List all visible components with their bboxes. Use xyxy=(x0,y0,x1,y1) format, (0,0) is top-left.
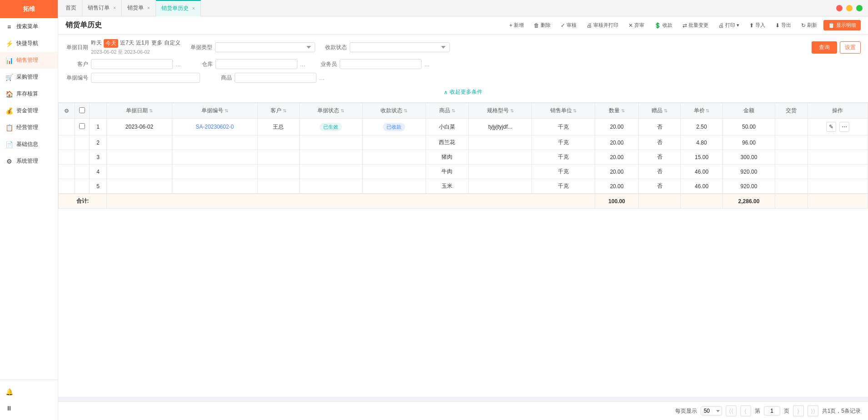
next-page-btn[interactable]: ⟩ xyxy=(793,405,804,416)
sidebar-item-quick-nav[interactable]: ⚡ 快捷导航 xyxy=(0,35,58,52)
row-no: 3 xyxy=(90,150,107,165)
table-area: ⚙ 单据日期 单据编号 客户 单据状态 收款状态 商品 规格型号 销售单位 数量… xyxy=(58,103,868,397)
row-doc-date xyxy=(107,150,172,165)
col-doc-no[interactable]: 单据编号 xyxy=(172,103,257,119)
shortcut-last1month[interactable]: 近1月 xyxy=(136,39,150,48)
sidebar-item-finance[interactable]: 💰 资金管理 xyxy=(0,102,58,119)
col-gift[interactable]: 赠品 xyxy=(638,103,680,119)
new-button[interactable]: + 新增 xyxy=(506,20,527,30)
page-title: 销货单历史 xyxy=(65,20,102,30)
first-page-btn[interactable]: ⟨⟨ xyxy=(726,405,737,416)
batch-change-label: 批量变更 xyxy=(688,22,708,29)
sidebar-item-operations[interactable]: 📋 经营管理 xyxy=(0,119,58,136)
pagination: 每页显示 50 100 200 ⟨⟨ ⟨ 第 页 ⟩ ⟩⟩ 共1页，5条记录 xyxy=(58,401,868,420)
customer-input[interactable] xyxy=(91,59,173,69)
window-max-btn[interactable] xyxy=(856,5,863,11)
customer-dots[interactable]: ... xyxy=(176,60,181,68)
col-customer[interactable]: 客户 xyxy=(257,103,299,119)
tab-sales-history[interactable]: 销货单历史 × xyxy=(156,0,201,16)
col-spec[interactable]: 规格型号 xyxy=(469,103,532,119)
row-doc-status xyxy=(299,150,362,165)
col-unit-price[interactable]: 单价 xyxy=(681,103,722,119)
salesperson-input[interactable] xyxy=(340,59,421,69)
collapse-button[interactable]: ∧ 收起更多条件 xyxy=(65,86,861,98)
horizontal-scrollbar[interactable] xyxy=(58,397,868,401)
export-button[interactable]: ⬇ 导出 xyxy=(772,20,795,30)
sidebar-item-basic-info[interactable]: 📄 基础信息 xyxy=(0,136,58,153)
col-quantity[interactable]: 数量 xyxy=(595,103,638,119)
doc-no-label: 单据编号 xyxy=(65,74,88,82)
warehouse-filter-group: 仓库 ... xyxy=(190,59,306,69)
tab-sales-order[interactable]: 销售订单 × xyxy=(82,0,122,16)
shortcut-last7days[interactable]: 近7天 xyxy=(120,39,134,48)
import-button[interactable]: ⬆ 导入 xyxy=(746,20,769,30)
show-detail-button[interactable]: 📋 显示明细 xyxy=(823,20,861,30)
row-unit: 千克 xyxy=(532,119,595,135)
row-transaction xyxy=(775,150,808,165)
edit-action-btn[interactable]: ✎ xyxy=(826,122,836,132)
goods-input[interactable] xyxy=(235,73,316,83)
audit-button[interactable]: ✓ 审核 xyxy=(557,20,580,30)
col-doc-date[interactable]: 单据日期 xyxy=(107,103,172,119)
doc-type-select[interactable] xyxy=(215,42,315,52)
more-action-btn[interactable]: ⋯ xyxy=(839,122,849,132)
table-row: 5 玉米 千克 20.00 否 46.00 920.00 xyxy=(59,179,868,194)
summary-quantity: 100.00 xyxy=(595,194,638,209)
print-button[interactable]: 🖨 打印 ▾ xyxy=(715,20,743,30)
sidebar-item-sales-mgmt[interactable]: 📊 销售管理 xyxy=(0,52,58,69)
shortcut-today[interactable]: 今天 xyxy=(104,39,118,48)
delete-icon: 🗑 xyxy=(534,22,539,29)
row-payment-status: 已收款 xyxy=(362,119,426,135)
batch-change-button[interactable]: ⇄ 批量变更 xyxy=(679,20,712,30)
last-page-btn[interactable]: ⟩⟩ xyxy=(808,405,818,416)
row-checkbox[interactable] xyxy=(79,123,85,129)
page-input[interactable] xyxy=(764,406,780,415)
payment-status-select[interactable] xyxy=(350,42,450,52)
query-button[interactable]: 查询 xyxy=(812,41,837,54)
col-goods[interactable]: 商品 xyxy=(426,103,469,119)
window-controls xyxy=(836,5,866,11)
shortcut-more[interactable]: 更多 xyxy=(151,39,162,48)
col-doc-status[interactable]: 单据状态 xyxy=(299,103,362,119)
col-gear[interactable]: ⚙ xyxy=(59,103,75,119)
warehouse-dots[interactable]: ... xyxy=(300,60,306,68)
col-payment-status[interactable]: 收款状态 xyxy=(362,103,426,119)
settings-button[interactable]: 设置 xyxy=(840,41,861,54)
col-unit[interactable]: 销售单位 xyxy=(532,103,595,119)
tab-sales-goods[interactable]: 销货单 × xyxy=(122,0,156,16)
per-page-select[interactable]: 50 100 200 xyxy=(701,406,722,415)
sidebar-item-sys-mgmt[interactable]: ⚙ 系统管理 xyxy=(0,153,58,170)
quick-nav-icon: ⚡ xyxy=(5,40,13,47)
sidebar-item-inventory[interactable]: 🏠 库存核算 xyxy=(0,85,58,102)
delete-button[interactable]: 🗑 删除 xyxy=(530,20,554,30)
sidebar-notification[interactable]: 🔔 xyxy=(0,384,58,400)
tab-sales-order-close[interactable]: × xyxy=(113,5,116,10)
tab-sales-goods-close[interactable]: × xyxy=(147,5,150,10)
prev-page-btn[interactable]: ⟨ xyxy=(740,405,751,416)
abandon-button[interactable]: ✕ 弃审 xyxy=(625,20,648,30)
row-payment-status xyxy=(362,179,426,194)
warehouse-label: 仓库 xyxy=(190,60,213,68)
col-row-no xyxy=(90,103,107,119)
select-all-checkbox[interactable] xyxy=(79,107,85,113)
audit-print-button[interactable]: 🖨 审核并打印 xyxy=(583,20,622,30)
shortcut-yesterday[interactable]: 昨天 xyxy=(91,39,102,48)
sidebar-item-purchase-mgmt[interactable]: 🛒 采购管理 xyxy=(0,69,58,85)
table-row: 4 牛肉 千克 20.00 否 46.00 920.00 xyxy=(59,165,868,179)
sidebar-pause[interactable]: ⏸ xyxy=(0,400,58,416)
window-min-btn[interactable] xyxy=(846,5,853,11)
doc-no-link[interactable]: SA-20230602-0 xyxy=(196,124,234,130)
row-doc-date: 2023-06-02 xyxy=(107,119,172,135)
salesperson-dots[interactable]: ... xyxy=(424,60,430,68)
tab-sales-history-close[interactable]: × xyxy=(192,6,195,11)
sidebar-item-search-menu[interactable]: ≡ 搜索菜单 xyxy=(0,18,58,35)
doc-no-input[interactable] xyxy=(91,73,200,83)
pause-icon: ⏸ xyxy=(5,405,13,412)
warehouse-input[interactable] xyxy=(216,59,297,69)
shortcut-custom[interactable]: 自定义 xyxy=(164,39,181,48)
tab-home[interactable]: 首页 xyxy=(60,0,82,16)
refresh-button[interactable]: ↻ 刷新 xyxy=(798,20,821,30)
goods-dots[interactable]: ... xyxy=(319,74,325,81)
collect-button[interactable]: 💲 收款 xyxy=(651,20,676,30)
window-close-btn[interactable] xyxy=(836,5,843,11)
